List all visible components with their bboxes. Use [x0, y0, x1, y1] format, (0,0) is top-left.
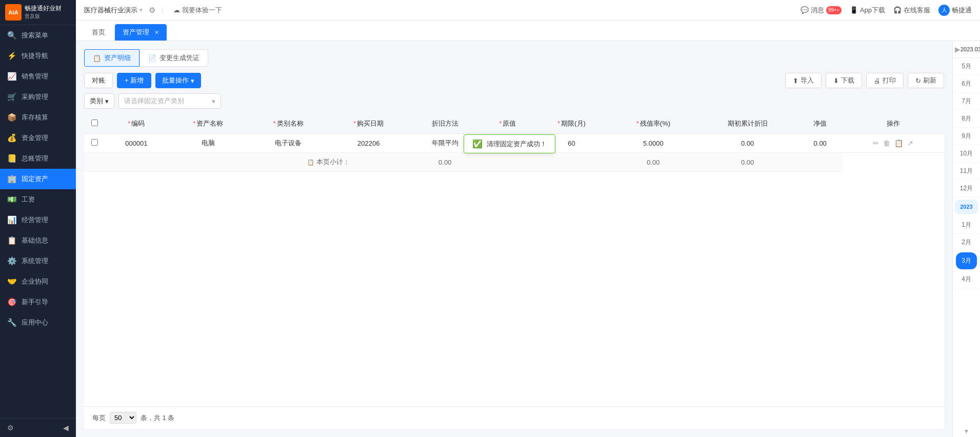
user-avatar-button[interactable]: 人 畅捷通 [938, 5, 972, 16]
cal-item-1[interactable]: 6月 [953, 75, 980, 93]
panel-year-label: 2023.03 [961, 46, 980, 52]
divider-1: | [162, 6, 163, 14]
messages-button[interactable]: 💬 消息 99++ [801, 6, 842, 15]
sidebar-label-guide: 新手引导 [22, 297, 48, 307]
cal-item-9[interactable]: 1月 [953, 216, 980, 234]
avatar-icon: 人 [938, 5, 950, 16]
print-icon: 🖨 [874, 77, 881, 85]
table-scroll[interactable]: *编码 *资产名称 *类别名称 *购买日期 折旧方法 *原值 *期限(月) *残… [84, 114, 944, 406]
reconcile-button[interactable]: 对账 [84, 73, 113, 88]
sidebar-label-basic-info: 基础信息 [22, 236, 48, 245]
batch-dropdown-icon: ▾ [191, 77, 194, 85]
sidebar-item-funds[interactable]: 💰资金管理 [0, 128, 76, 148]
sidebar-icon-ledger: 📒 [7, 154, 16, 163]
cal-item-5[interactable]: 10月 [953, 145, 980, 163]
sidebar-item-search[interactable]: 🔍搜索菜单 [0, 25, 76, 46]
sidebar-item-wages[interactable]: 💵工资 [0, 189, 76, 210]
sidebar-item-inventory[interactable]: 📦库存核算 [0, 107, 76, 128]
cal-item-3[interactable]: 8月 [953, 110, 980, 128]
sidebar-item-operations[interactable]: 📊经营管理 [0, 210, 76, 230]
add-button[interactable]: + 新增 [117, 73, 151, 88]
app-download-button[interactable]: 📱 App下载 [850, 6, 885, 15]
calendar-down-arrow[interactable]: ▼ [953, 426, 980, 437]
total-label: 条，共 1 条 [141, 413, 174, 423]
row-checkbox[interactable] [91, 139, 98, 146]
panel-header: ▶ 2023.03 [953, 41, 980, 58]
cal-item-4[interactable]: 9月 [953, 128, 980, 145]
import-button[interactable]: ⬆ 导入 [785, 73, 822, 88]
cell-initial-accumulated: 0.00 [697, 134, 798, 153]
calendar-list: 5月6月7月8月9月10月11月12月20231月2月3月4月 [953, 58, 980, 426]
sidebar-item-system[interactable]: ⚙️系统管理 [0, 251, 76, 271]
pagination: 每页 50 10 20 100 条，共 1 条 [84, 406, 944, 429]
sidebar-item-guide[interactable]: 🎯新手引导 [0, 292, 76, 312]
batch-button[interactable]: 批量操作 ▾ [155, 73, 201, 88]
sidebar-footer: ⚙ ◀ [0, 418, 76, 437]
refresh-button[interactable]: ↻ 刷新 [908, 73, 944, 88]
more-icon[interactable]: ↗ [907, 139, 913, 147]
subtab-asset-detail[interactable]: 📋 资产明细 [84, 49, 139, 67]
online-service-button[interactable]: 🎧 在线客服 [893, 6, 930, 15]
subtotal-net: 0.00 [697, 153, 798, 172]
sidebar-item-basic-info[interactable]: 📋基础信息 [0, 230, 76, 251]
subtab-change-voucher[interactable]: 📄 变更生成凭证 [139, 49, 208, 67]
main-table: *编码 *资产名称 *类别名称 *购买日期 折旧方法 *原值 *期限(月) *残… [84, 114, 944, 172]
cal-item-6[interactable]: 11月 [953, 163, 980, 180]
subtotal-initial: 0.00 [609, 153, 697, 172]
logo-text: 畅捷通好业财 普及版 [25, 5, 62, 20]
sidebar-item-sales[interactable]: 📈销售管理 [0, 66, 76, 87]
subtotal-original: 0.00 [409, 153, 482, 172]
sidebar-item-quick-nav[interactable]: ⚡快捷导航 [0, 46, 76, 66]
col-original-value: *原值 [482, 114, 534, 134]
sidebar-item-purchase[interactable]: 🛒采购管理 [0, 87, 76, 107]
company-dropdown-icon[interactable]: ▾ [139, 7, 143, 13]
sidebar-icon-guide: 🎯 [7, 297, 16, 307]
sidebar-icon-purchase: 🛒 [7, 92, 16, 102]
main-content: 📋 资产明细 📄 变更生成凭证 对账 + 新增 批量操作 ▾ ⬆ [76, 41, 952, 437]
per-page-select[interactable]: 50 10 20 100 [110, 412, 136, 424]
category-select[interactable]: 类别 ▾ [84, 93, 114, 109]
cell-actions: ✏ 🗑 📋 ↗ [843, 134, 944, 153]
cell-net-value: 0.00 [797, 134, 843, 153]
tab-asset-mgmt-label: 资产管理 [123, 28, 149, 36]
subtotal-empty-6 [797, 153, 843, 172]
download-button[interactable]: ⬇ 下载 [826, 73, 862, 88]
cal-item-10[interactable]: 2月 [953, 234, 980, 251]
edit-icon[interactable]: ✏ [873, 139, 879, 147]
right-panel: ▶ 2023.03 5月6月7月8月9月10月11月12月20231月2月3月4… [952, 41, 980, 437]
sidebar-item-cooperation[interactable]: 🤝企业协同 [0, 271, 76, 292]
panel-expand-icon[interactable]: ▶ [955, 45, 961, 53]
tab-close-icon[interactable]: ✕ [154, 29, 159, 35]
sidebar-item-app-center[interactable]: 🔧应用中心 [0, 312, 76, 333]
cell-residual-rate: 5.0000 [609, 134, 697, 153]
sidebar-nav: 🔍搜索菜单⚡快捷导航📈销售管理🛒采购管理📦库存核算💰资金管理📒总账管理🏢固定资产… [0, 25, 76, 418]
cal-item-11[interactable]: 3月 [956, 252, 977, 270]
sidebar-icon-app-center: 🔧 [7, 318, 16, 327]
settings-icon[interactable]: ⚙ [7, 424, 14, 432]
sidebar-item-fixed-assets[interactable]: 🏢固定资产 [0, 169, 76, 189]
tab-home[interactable]: 首页 [84, 24, 113, 41]
table-header-row: *编码 *资产名称 *类别名称 *购买日期 折旧方法 *原值 *期限(月) *残… [84, 114, 944, 134]
delete-icon[interactable]: 🗑 [883, 139, 890, 147]
copy-icon[interactable]: 📋 [894, 139, 903, 147]
cell-depreciation: 年限平均 ✅ 清理固定资产成功！ [409, 134, 482, 153]
cal-item-2[interactable]: 7月 [953, 93, 980, 110]
select-all-checkbox[interactable] [91, 120, 98, 126]
print-button[interactable]: 🖨 打印 [866, 73, 904, 88]
toolbar-right-actions: ⬆ 导入 ⬇ 下载 🖨 打印 ↻ 刷新 [785, 73, 944, 88]
cal-item-0[interactable]: 5月 [953, 58, 980, 75]
download-icon: 📱 [850, 6, 858, 14]
sidebar-item-ledger[interactable]: 📒总账管理 [0, 148, 76, 169]
sidebar-icon-quick-nav: ⚡ [7, 51, 16, 61]
tab-asset-mgmt[interactable]: 资产管理 ✕ [115, 24, 167, 41]
settings-button[interactable]: ⚙ [149, 6, 155, 15]
asset-table: *编码 *资产名称 *类别名称 *购买日期 折旧方法 *原值 *期限(月) *残… [84, 114, 944, 429]
experience-button[interactable]: ☁ 我要体验一下 [173, 6, 222, 15]
cal-item-7[interactable]: 12月 [953, 180, 980, 197]
cal-item-8[interactable]: 2023 [955, 200, 978, 214]
subtabs: 📋 资产明细 📄 变更生成凭证 [84, 49, 944, 67]
col-category: *类别名称 [248, 114, 328, 134]
category-input[interactable]: 请选择固定资产类别 ▾ [118, 93, 221, 109]
collapse-icon[interactable]: ◀ [63, 424, 69, 432]
cal-item-12[interactable]: 4月 [953, 271, 980, 288]
